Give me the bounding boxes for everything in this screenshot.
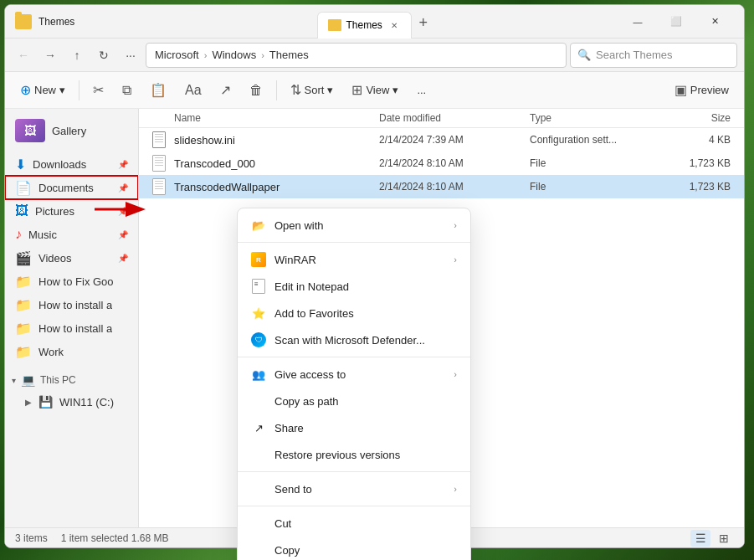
videos-icon: 🎬 xyxy=(15,250,32,266)
new-tab-button[interactable]: + xyxy=(412,12,435,35)
ctx-notepad-label: Edit in Notepad xyxy=(274,280,349,293)
header-type[interactable]: Type xyxy=(530,112,664,124)
preview-label: Preview xyxy=(690,84,729,96)
downloads-label: Downloads xyxy=(33,158,86,171)
ctx-winrar-label: WinRAR xyxy=(274,254,316,266)
tab-close-button[interactable]: ✕ xyxy=(387,18,401,32)
videos-label: Videos xyxy=(38,252,72,265)
share-icon: ↗ xyxy=(220,82,231,98)
table-row[interactable]: TranscodedWallpaper 2/14/2024 8:10 AM Fi… xyxy=(139,175,744,198)
ctx-winrar[interactable]: R WinRAR › xyxy=(238,246,470,273)
videos-pin: 📌 xyxy=(118,254,128,263)
view-button[interactable]: ⊞ View ▾ xyxy=(343,77,407,104)
sidebar-item-music[interactable]: ♪ Music 📌 xyxy=(5,223,138,246)
minimize-button[interactable]: — xyxy=(618,8,657,35)
send-to-arrow: › xyxy=(454,484,457,494)
file-type-1: File xyxy=(530,157,664,169)
tab-area: Themes ✕ + xyxy=(317,5,613,39)
close-button[interactable]: ✕ xyxy=(695,8,734,35)
ctx-access[interactable]: 👥 Give access to › xyxy=(238,361,470,388)
share-toolbar-button[interactable]: ↗ xyxy=(212,77,239,104)
ctx-defender-label: Scan with Microsoft Defender... xyxy=(274,334,425,347)
preview-button[interactable]: ▣ Preview xyxy=(666,77,737,104)
sidebar-item-drive[interactable]: ▶ 💾 WIN11 (C:) xyxy=(5,390,138,414)
cut-toolbar-button[interactable]: ✂ xyxy=(85,77,112,104)
sidebar-item-downloads[interactable]: ⬇ Downloads 📌 xyxy=(5,152,138,176)
ctx-notepad[interactable]: Edit in Notepad xyxy=(238,273,470,300)
access-icon: 👥 xyxy=(251,367,266,382)
file-name-0: slideshow.ini xyxy=(174,134,379,146)
address-bar[interactable]: Microsoft › Windows › Themes xyxy=(146,43,567,68)
header-name[interactable]: Name xyxy=(174,112,379,124)
maximize-button[interactable]: ⬜ xyxy=(657,8,695,35)
ctx-defender[interactable]: 🛡 Scan with Microsoft Defender... xyxy=(238,326,470,353)
restore-icon xyxy=(251,447,266,462)
breadcrumb-themes[interactable]: Themes xyxy=(269,49,309,61)
sidebar-item-folder1[interactable]: 📁 How to Fix Goo xyxy=(5,270,138,293)
red-arrow-documents xyxy=(90,193,157,226)
rename-toolbar-button[interactable]: Aa xyxy=(177,77,210,104)
table-row[interactable]: slideshow.ini 2/14/2024 7:39 AM Configur… xyxy=(139,128,744,152)
copy-toolbar-button[interactable]: ⧉ xyxy=(114,77,140,104)
sidebar-item-videos[interactable]: 🎬 Videos 📌 xyxy=(5,246,138,270)
delete-icon: 🗑 xyxy=(249,83,263,98)
pictures-icon: 🖼 xyxy=(15,203,28,218)
ctx-send-to[interactable]: Send to › xyxy=(238,475,470,502)
table-row[interactable]: Transcoded_000 2/14/2024 8:10 AM File 1,… xyxy=(139,152,744,175)
ctx-copy-path-label: Copy as path xyxy=(274,395,339,408)
header-size[interactable]: Size xyxy=(664,112,731,124)
ctx-open-with[interactable]: 📂 Open with › xyxy=(238,212,470,239)
grid-view-button[interactable]: ⊞ xyxy=(714,530,734,547)
notepad-icon xyxy=(251,279,266,294)
back-button[interactable]: ← xyxy=(12,44,35,67)
share-icon: ↗ xyxy=(251,420,266,435)
ctx-share[interactable]: ↗ Share xyxy=(238,414,470,441)
ctx-copy-path[interactable]: Copy as path xyxy=(238,388,470,414)
view-label: View xyxy=(366,84,389,96)
toolbar: ⊕ New ▾ ✂ ⧉ 📋 Aa ↗ 🗑 ⇅ Sort ▾ ⊞ xyxy=(5,72,744,109)
search-bar[interactable]: 🔍 Search Themes xyxy=(570,43,737,68)
sidebar-item-folder3[interactable]: 📁 How to install a xyxy=(5,316,138,340)
more-toolbar-button[interactable]: ... xyxy=(408,77,434,104)
rename-icon: Aa xyxy=(185,83,202,98)
this-pc-section[interactable]: ▾ 💻 This PC xyxy=(5,370,138,390)
music-icon: ♪ xyxy=(15,227,22,242)
breadcrumb-windows[interactable]: Windows xyxy=(212,49,256,61)
ctx-cut[interactable]: Cut xyxy=(238,510,470,537)
downloads-pin: 📌 xyxy=(118,160,128,169)
ctx-send-to-label: Send to xyxy=(274,483,312,496)
ctx-open-with-label: Open with xyxy=(274,219,324,232)
view-dropdown-icon: ▾ xyxy=(392,84,398,96)
sidebar-item-folder2[interactable]: 📁 How to install a xyxy=(5,293,138,316)
active-tab[interactable]: Themes ✕ xyxy=(317,12,412,39)
file-modified-2: 2/14/2024 8:10 AM xyxy=(379,181,530,193)
refresh-button[interactable]: ↻ xyxy=(92,44,115,67)
ctx-copy[interactable]: Copy xyxy=(238,537,470,560)
search-icon: 🔍 xyxy=(577,49,591,61)
ctx-favorites[interactable]: ⭐ Add to Favorites xyxy=(238,300,470,326)
sort-icon: ⇅ xyxy=(290,82,301,98)
search-placeholder: Search Themes xyxy=(596,49,673,61)
delete-toolbar-button[interactable]: 🗑 xyxy=(241,77,271,104)
forward-button[interactable]: → xyxy=(38,44,62,67)
copy-icon: ⧉ xyxy=(122,83,131,98)
folder2-icon: 📁 xyxy=(15,297,32,313)
sidebar-item-work[interactable]: 📁 Work xyxy=(5,340,138,363)
file-size-1: 1,723 KB xyxy=(664,157,731,169)
breadcrumb-microsoft[interactable]: Microsoft xyxy=(155,49,199,61)
paste-toolbar-button[interactable]: 📋 xyxy=(141,77,175,104)
header-modified[interactable]: Date modified xyxy=(379,112,530,124)
gallery-icon: 🖼 xyxy=(15,119,45,142)
drive-label: WIN11 (C:) xyxy=(59,396,114,408)
folder2-label: How to install a xyxy=(38,299,112,311)
ctx-restore[interactable]: Restore previous versions xyxy=(238,441,470,468)
more-nav-button[interactable]: ··· xyxy=(119,44,142,67)
list-view-button[interactable]: ☰ xyxy=(690,530,710,547)
up-button[interactable]: ↑ xyxy=(65,44,89,67)
sidebar-item-gallery[interactable]: 🖼 Gallery xyxy=(5,116,138,146)
new-button[interactable]: ⊕ New ▾ xyxy=(12,77,74,104)
this-pc-expand-icon: ▾ xyxy=(12,376,16,385)
sort-button[interactable]: ⇅ Sort ▾ xyxy=(282,77,342,104)
file-modified-0: 2/14/2024 7:39 AM xyxy=(379,134,530,146)
file-name-2: TranscodedWallpaper xyxy=(174,181,379,193)
